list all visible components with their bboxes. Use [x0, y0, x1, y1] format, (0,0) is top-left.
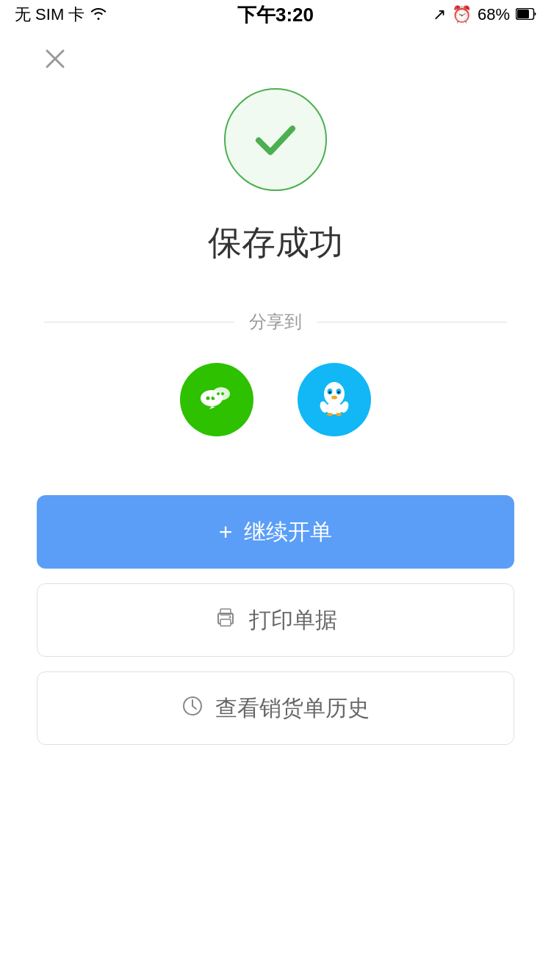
divider-left [44, 322, 234, 323]
svg-point-24 [229, 616, 231, 618]
qq-share-button[interactable] [298, 363, 371, 436]
svg-rect-22 [220, 619, 231, 626]
svg-point-9 [221, 392, 224, 395]
svg-rect-1 [517, 10, 529, 18]
svg-point-14 [338, 392, 340, 394]
alarm-icon: ⏰ [452, 5, 472, 24]
continue-button[interactable]: + 继续开单 [37, 495, 514, 569]
main-content: 保存成功 分享到 [0, 29, 551, 745]
status-time: 下午3:20 [237, 2, 314, 28]
svg-point-16 [325, 403, 343, 414]
history-button[interactable]: 查看销货单历史 [37, 671, 514, 745]
svg-point-8 [217, 392, 220, 395]
print-label: 打印单据 [249, 605, 337, 635]
wechat-share-button[interactable] [180, 363, 253, 436]
status-left: 无 SIM 卡 [15, 4, 107, 26]
printer-icon [214, 606, 237, 635]
svg-point-5 [206, 397, 210, 400]
divider-right [317, 322, 507, 323]
close-icon [44, 48, 66, 70]
plus-icon: + [219, 519, 233, 546]
share-label: 分享到 [234, 310, 317, 334]
wechat-icon [195, 378, 239, 422]
no-sim-text: 无 SIM 卡 [15, 4, 84, 26]
clock-icon [181, 695, 204, 722]
action-buttons: + 继续开单 打印单据 查看销货单历史 [0, 495, 551, 745]
checkmark-icon [250, 114, 301, 165]
status-bar: 无 SIM 卡 下午3:20 ↗ ⏰ 68% [0, 0, 551, 29]
history-label: 查看销货单历史 [215, 693, 370, 724]
battery-icon [516, 5, 536, 24]
battery-text: 68% [478, 5, 510, 24]
location-icon: ↗ [433, 5, 446, 24]
close-button[interactable] [37, 40, 73, 77]
svg-point-18 [336, 413, 342, 416]
success-title: 保存成功 [208, 220, 343, 266]
status-right: ↗ ⏰ 68% [433, 5, 536, 24]
share-icons [180, 363, 371, 436]
wifi-icon [90, 5, 107, 24]
svg-point-15 [331, 396, 337, 400]
svg-point-12 [329, 392, 331, 394]
svg-point-10 [324, 382, 345, 406]
share-divider: 分享到 [0, 310, 551, 334]
success-circle [224, 88, 327, 191]
qq-icon [312, 378, 356, 422]
print-button[interactable]: 打印单据 [37, 583, 514, 657]
svg-point-17 [327, 413, 333, 416]
continue-label: 继续开单 [244, 517, 332, 547]
